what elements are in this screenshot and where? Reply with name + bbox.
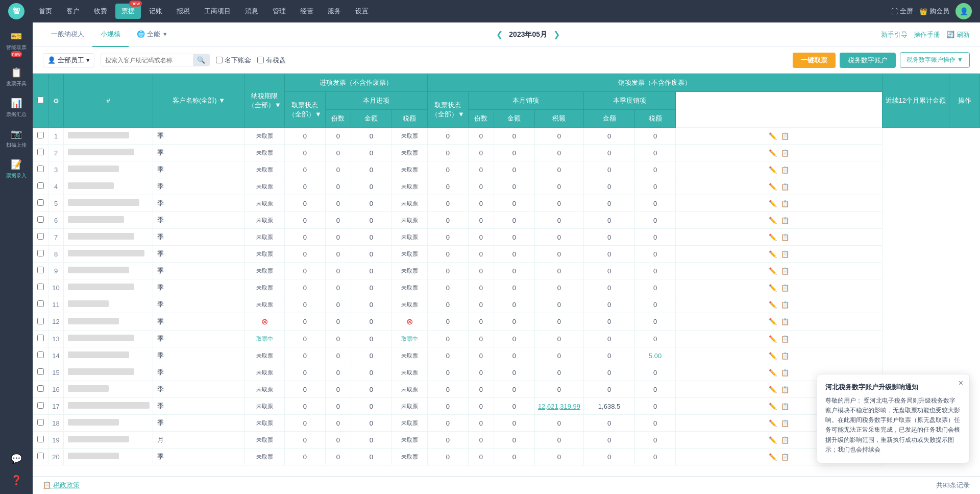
vip-btn[interactable]: 👑 购会员 (919, 7, 949, 16)
nav-business-ops[interactable]: 经营 (294, 4, 320, 19)
copy-btn[interactable]: 📋 (781, 352, 789, 360)
guide-btn[interactable]: 新手引导 (881, 30, 908, 39)
row-checkbox[interactable] (37, 318, 44, 324)
cell-checkbox[interactable] (33, 432, 48, 449)
copy-btn[interactable]: 📋 (781, 453, 789, 461)
next-month-btn[interactable]: ❯ (551, 28, 562, 41)
popup-close-btn[interactable]: × (959, 379, 963, 388)
row-checkbox[interactable] (37, 335, 44, 341)
edit-btn[interactable]: ✏️ (769, 369, 777, 377)
digital-account-btn[interactable]: 税务数字账户 (840, 53, 896, 68)
edit-btn[interactable]: ✏️ (769, 403, 777, 410)
edit-btn[interactable]: ✏️ (769, 132, 777, 140)
user-avatar[interactable]: 👤 (955, 3, 972, 19)
copy-btn[interactable]: 📋 (781, 318, 789, 325)
cell-checkbox[interactable] (33, 128, 48, 145)
quarter-amount-link[interactable]: 12,621,319.99 (538, 403, 580, 410)
edit-btn[interactable]: ✏️ (769, 250, 777, 258)
row-checkbox[interactable] (37, 233, 44, 240)
cell-checkbox[interactable] (33, 195, 48, 212)
nav-home[interactable]: 首页 (33, 4, 58, 19)
edit-btn[interactable]: ✏️ (769, 166, 777, 174)
nav-bookkeeping[interactable]: 记账 (143, 4, 168, 19)
row-checkbox[interactable] (37, 267, 44, 273)
nav-invoice[interactable]: 票据 new (115, 4, 141, 19)
select-all-checkbox[interactable] (37, 97, 44, 103)
cell-checkbox[interactable] (33, 331, 48, 347)
edit-btn[interactable]: ✏️ (769, 436, 777, 444)
cell-checkbox[interactable] (33, 347, 48, 364)
copy-btn[interactable]: 📋 (781, 403, 789, 410)
cell-checkbox[interactable] (33, 178, 48, 195)
copy-btn[interactable]: 📋 (781, 217, 789, 224)
cell-checkbox[interactable] (33, 263, 48, 279)
col-client-header[interactable]: 客户名称(全部) ▼ (153, 74, 245, 128)
row-checkbox[interactable] (37, 199, 44, 206)
copy-btn[interactable]: 📋 (781, 386, 789, 393)
row-checkbox[interactable] (37, 132, 44, 138)
copy-btn[interactable]: 📋 (781, 132, 789, 140)
copy-btn[interactable]: 📋 (781, 436, 789, 444)
tax-disk-checkbox[interactable]: 有税盘 (257, 56, 286, 65)
digital-account-ops-btn[interactable]: 税务数字账户操作 ▼ (900, 52, 970, 68)
copy-btn[interactable]: 📋 (781, 267, 789, 275)
row-checkbox[interactable] (37, 419, 44, 426)
edit-btn[interactable]: ✏️ (769, 301, 777, 309)
col-inbound-status-header[interactable]: 取票状态（全部）▼ (284, 92, 325, 128)
tax-policy-link[interactable]: 📋 税政政策 (43, 481, 80, 490)
tab-all[interactable]: 🌐 全能 ▾ (129, 22, 175, 47)
nav-manage[interactable]: 管理 (266, 4, 292, 19)
edit-btn[interactable]: ✏️ (769, 453, 777, 461)
row-checkbox[interactable] (37, 216, 44, 223)
copy-btn[interactable]: 📋 (781, 301, 789, 309)
sidebar-item-chat[interactable]: 💬 (1, 449, 32, 468)
row-checkbox[interactable] (37, 250, 44, 256)
sub-ledger-check[interactable] (216, 57, 223, 63)
cell-checkbox[interactable] (33, 364, 48, 381)
cell-checkbox[interactable] (33, 296, 48, 313)
cell-checkbox[interactable] (33, 145, 48, 161)
manual-btn[interactable]: 操作手册 (914, 30, 940, 39)
row-checkbox[interactable] (37, 300, 44, 307)
copy-btn[interactable]: 📋 (781, 183, 789, 191)
nav-business[interactable]: 工商项目 (198, 4, 237, 19)
row-checkbox[interactable] (37, 368, 44, 375)
edit-btn[interactable]: ✏️ (769, 217, 777, 224)
copy-btn[interactable]: 📋 (781, 284, 789, 292)
cell-checkbox[interactable] (33, 279, 48, 296)
edit-btn[interactable]: ✏️ (769, 335, 777, 343)
cell-checkbox[interactable] (33, 313, 48, 331)
sidebar-item-summary[interactable]: 📊 票据汇总 (1, 93, 32, 122)
row-checkbox[interactable] (37, 166, 44, 172)
nav-tax[interactable]: 报税 (170, 4, 196, 19)
edit-btn[interactable]: ✏️ (769, 419, 777, 427)
cell-checkbox[interactable] (33, 212, 48, 229)
search-input[interactable] (101, 55, 193, 66)
cell-checkbox[interactable] (33, 398, 48, 415)
tab-general-taxpayer[interactable]: 一般纳税人 (43, 22, 92, 47)
tab-small-scale[interactable]: 小规模 (92, 22, 129, 47)
copy-btn[interactable]: 📋 (781, 335, 789, 343)
sidebar-item-invoice-open[interactable]: 📋 发票开具 (1, 63, 32, 91)
prev-month-btn[interactable]: ❮ (494, 28, 505, 41)
row-checkbox[interactable] (37, 385, 44, 392)
nav-message[interactable]: 消息 (239, 4, 264, 19)
nav-service[interactable]: 服务 (322, 4, 347, 19)
search-button[interactable]: 🔍 (193, 54, 209, 66)
col-outbound-status-header[interactable]: 取票状态（全部）▼ (427, 92, 468, 128)
cell-checkbox[interactable] (33, 381, 48, 398)
copy-btn[interactable]: 📋 (781, 166, 789, 174)
sidebar-item-entry[interactable]: 📝 票据录入 (1, 155, 32, 183)
copy-btn[interactable]: 📋 (781, 200, 789, 207)
edit-btn[interactable]: ✏️ (769, 386, 777, 393)
cell-checkbox[interactable] (33, 229, 48, 246)
sub-ledger-checkbox[interactable]: 名下账套 (216, 56, 251, 65)
edit-btn[interactable]: ✏️ (769, 284, 777, 292)
sidebar-item-smart-ticket[interactable]: 🎫 智能取票 new (1, 27, 32, 61)
nav-client[interactable]: 客户 (60, 4, 86, 19)
row-checkbox[interactable] (37, 402, 44, 409)
edit-btn[interactable]: ✏️ (769, 233, 777, 241)
tax-disk-check[interactable] (257, 57, 264, 63)
row-checkbox[interactable] (37, 351, 44, 358)
edit-btn[interactable]: ✏️ (769, 149, 777, 157)
